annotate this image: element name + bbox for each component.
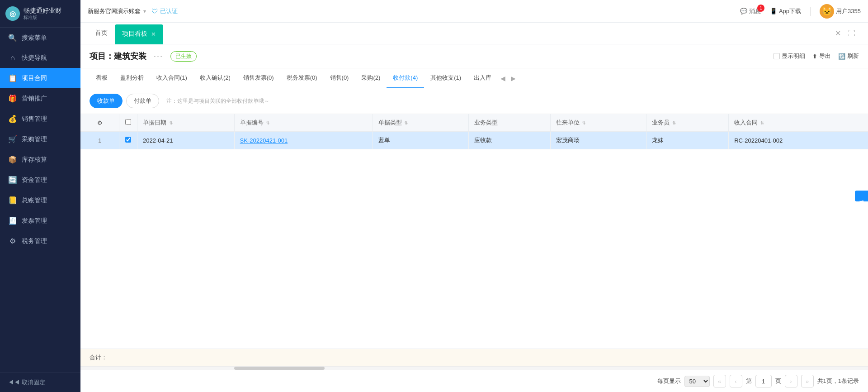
invoice-icon: 🧾 [8, 216, 17, 225]
show-detail-toggle[interactable]: 显示明细 [774, 52, 805, 60]
sidebar-item-quicknav[interactable]: ⌂ 快捷导航 [0, 48, 80, 68]
topbar-project-name: 新服务官网演示账套 [88, 7, 141, 15]
topbar: 新服务官网演示账套 ▾ 🛡 已认证 💬 消息 1 📱 App下载 🐱 用户335… [80, 0, 868, 23]
subnav-sales-invoice[interactable]: 销售发票(0) [237, 68, 280, 88]
sidebar-item-invoice[interactable]: 🧾 发票管理 [0, 210, 80, 231]
subnav-sales[interactable]: 销售(0) [324, 68, 355, 88]
logo-sub: 标准版 [24, 14, 61, 21]
sidebar-item-sales[interactable]: 💰 销售管理 [0, 109, 80, 129]
topbar-project-selector[interactable]: 新服务官网演示账套 ▾ [88, 7, 146, 15]
sort-code-icon[interactable]: ⇅ [266, 120, 269, 125]
last-page-icon: » [806, 378, 809, 385]
logo-icon: ◎ [5, 6, 20, 21]
subnav-prev-arrow[interactable]: ◀ [498, 71, 508, 86]
sidebar-item-contract[interactable]: 📋 项目合同 [0, 68, 80, 88]
select-all-checkbox[interactable] [125, 119, 131, 125]
sidebar-item-label-sales: 销售管理 [22, 115, 47, 123]
show-detail-checkbox[interactable] [774, 53, 780, 59]
message-icon: 💬 [740, 8, 747, 14]
column-settings[interactable]: ⚙ [80, 114, 119, 132]
messages-button[interactable]: 💬 消息 1 [740, 7, 761, 15]
project-more-button[interactable]: ··· [154, 52, 163, 61]
app-download-label: App下载 [779, 7, 801, 15]
subnav-income-contract[interactable]: 收入合同(1) [150, 68, 193, 88]
sidebar-item-marketing[interactable]: 🎁 营销推广 [0, 88, 80, 109]
sidebar-item-label-search: 搜索菜单 [22, 34, 47, 42]
gear-icon[interactable]: ⚙ [97, 120, 103, 126]
maximize-window-icon[interactable]: ⛶ [846, 28, 857, 39]
subnav-kanban[interactable]: 看板 [90, 68, 114, 88]
sales-icon: 💰 [8, 115, 17, 123]
next-page-button[interactable]: › [785, 375, 797, 387]
sidebar-item-ledger[interactable]: 📒 总账管理 [0, 190, 80, 210]
export-button[interactable]: ⬆ 导出 [812, 52, 831, 60]
sidebar-item-label-marketing: 营销推广 [22, 95, 47, 103]
sort-date-icon[interactable]: ⇅ [169, 120, 173, 125]
sort-partner-icon[interactable]: ⇅ [582, 120, 585, 125]
close-window-icon[interactable]: ✕ [833, 27, 843, 39]
prev-page-button[interactable]: ‹ [730, 375, 742, 387]
sidebar-item-finance[interactable]: 🔄 资金管理 [0, 170, 80, 190]
sidebar-logo: ◎ 畅捷通好业财 标准版 [0, 0, 80, 28]
record-link[interactable]: SK-20220421-001 [240, 137, 288, 144]
footer-total-label: 合计： [90, 354, 107, 361]
show-detail-label: 显示明细 [782, 52, 805, 60]
sidebar-unpin[interactable]: ◀◀ 取消固定 [0, 373, 80, 392]
table-row[interactable]: 1 2022-04-21 SK-20220421-001 蓝单 应收款 宏茂商场… [80, 132, 868, 149]
cell-biz-type: 应收款 [469, 132, 551, 149]
sidebar-item-label-contract: 项目合同 [22, 74, 47, 82]
messages-badge: 1 [757, 5, 764, 12]
project-name: 建筑安装 [114, 52, 146, 61]
unpin-label: ◀◀ 取消固定 [8, 378, 45, 387]
subnav-other-income[interactable]: 其他收支(1) [424, 68, 467, 88]
refresh-button[interactable]: 🔃 刷新 [838, 52, 859, 60]
subnav-tax-invoice[interactable]: 税务发票(0) [280, 68, 324, 88]
prev-page-icon: ‹ [735, 378, 736, 385]
sort-salesperson-icon[interactable]: ⇅ [672, 120, 676, 125]
subnav-next-arrow[interactable]: ▶ [508, 71, 519, 86]
tab-home[interactable]: 首页 [88, 23, 115, 44]
scrollbar-thumb[interactable] [234, 367, 325, 370]
tab-close-icon[interactable]: ✕ [151, 31, 156, 38]
tab-project-board[interactable]: 项目看板 ✕ [115, 24, 163, 44]
home-icon: ⌂ [8, 54, 17, 62]
sort-type-icon[interactable]: ⇅ [404, 120, 408, 125]
column-checkbox[interactable] [119, 114, 137, 132]
row-select-checkbox[interactable] [125, 137, 131, 143]
per-page-select[interactable]: 50 20 100 [684, 376, 710, 387]
subnav-purchase[interactable]: 采购(2) [355, 68, 387, 88]
sidebar-item-label-purchase: 采购管理 [22, 135, 47, 143]
sidebar: ◎ 畅捷通好业财 标准版 🔍 搜索菜单 ⌂ 快捷导航 📋 项目合同 🎁 营销推广… [0, 0, 80, 392]
feedback-button[interactable]: 反馈 [855, 191, 868, 201]
subnav-inout[interactable]: 出入库 [467, 68, 498, 88]
purchase-icon: 🛒 [8, 135, 17, 143]
subtab-receipt[interactable]: 收款单 [90, 94, 123, 108]
sidebar-item-tax[interactable]: ⚙ 税务管理 [0, 231, 80, 251]
subnav-receipt[interactable]: 收付款(4) [387, 68, 424, 88]
subnav-income-confirm[interactable]: 收入确认(2) [193, 68, 237, 88]
logo-name: 畅捷通好业财 [24, 6, 61, 14]
project-label-prefix: 项目： [90, 52, 114, 61]
cell-checkbox[interactable] [119, 132, 137, 149]
subtab-payment[interactable]: 付款单 [126, 94, 159, 108]
cell-type: 蓝单 [373, 132, 468, 149]
app-download-button[interactable]: 📱 App下载 [770, 7, 801, 15]
cell-code[interactable]: SK-20220421-001 [234, 132, 373, 149]
last-page-button[interactable]: » [801, 375, 814, 387]
page-number-input[interactable] [755, 375, 772, 387]
topbar-actions: 💬 消息 1 📱 App下载 🐱 用户3355 [740, 4, 861, 19]
user-profile[interactable]: 🐱 用户3355 [820, 4, 861, 19]
sidebar-menu: 🔍 搜索菜单 ⌂ 快捷导航 📋 项目合同 🎁 营销推广 💰 销售管理 🛒 采购管… [0, 28, 80, 373]
per-page-label: 每页显示 [657, 377, 681, 385]
sort-contract-icon[interactable]: ⇅ [760, 120, 764, 125]
sidebar-item-inventory[interactable]: 📦 库存核算 [0, 149, 80, 170]
sidebar-item-search[interactable]: 🔍 搜索菜单 [0, 28, 80, 48]
subnav-profit[interactable]: 盈利分析 [114, 68, 150, 88]
first-page-button[interactable]: « [713, 375, 726, 387]
sidebar-item-purchase[interactable]: 🛒 采购管理 [0, 129, 80, 149]
main-content: 新服务官网演示账套 ▾ 🛡 已认证 💬 消息 1 📱 App下载 🐱 用户335… [80, 0, 868, 392]
refresh-icon: 🔃 [838, 53, 845, 60]
horizontal-scrollbar[interactable] [80, 366, 868, 370]
table-footer: 合计： [80, 349, 868, 366]
cell-income-contract: RC-20220401-002 [729, 132, 868, 149]
